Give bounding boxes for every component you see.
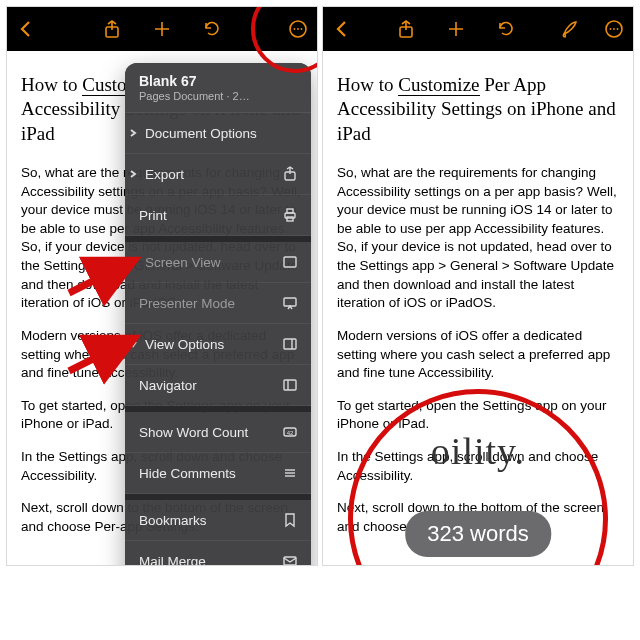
brush-icon[interactable] — [559, 18, 581, 40]
popover-doc-sub: Pages Document · 2… — [139, 90, 299, 102]
menu-item-view-options[interactable]: View Options — [125, 324, 311, 365]
back-button[interactable] — [15, 18, 37, 40]
menu-item-label: Hide Comments — [139, 466, 281, 481]
menu-item-export[interactable]: Export — [125, 154, 311, 195]
svg-point-26 — [610, 28, 612, 30]
share-icon — [281, 165, 299, 183]
menu-item-label: Screen View — [145, 255, 281, 270]
menu-item-navigator[interactable]: Navigator — [125, 365, 311, 406]
presenter-icon — [281, 294, 299, 312]
svg-rect-8 — [287, 217, 293, 221]
menu-item-label: Show Word Count — [139, 425, 281, 440]
more-icon[interactable] — [603, 18, 625, 40]
bookmark-icon — [281, 511, 299, 529]
lines-icon — [281, 464, 299, 482]
counter-icon: 42 — [281, 423, 299, 441]
menu-item-label: Mail Merge — [139, 554, 281, 567]
toolbar — [7, 7, 317, 51]
undo-icon[interactable] — [201, 18, 223, 40]
screenshot-left: How to Customize Per App Accessibility S… — [6, 6, 318, 566]
svg-point-27 — [613, 28, 615, 30]
chevron-icon — [281, 124, 299, 142]
menu-item-hide-comments[interactable]: Hide Comments — [125, 453, 311, 494]
panel-left-icon — [281, 376, 299, 394]
undo-icon[interactable] — [495, 18, 517, 40]
menu-item-label: Print — [139, 208, 281, 223]
svg-rect-9 — [284, 257, 296, 267]
menu-item-bookmarks[interactable]: Bookmarks — [125, 500, 311, 541]
title-text: How to — [337, 74, 398, 95]
svg-point-2 — [294, 28, 296, 30]
svg-rect-13 — [284, 380, 296, 390]
document-paragraph: Modern versions of iOS offer a dedicated… — [337, 327, 619, 383]
popover-header[interactable]: Blank 67 Pages Document · 2… — [125, 63, 311, 113]
mail-icon — [281, 552, 299, 566]
menu-item-show-word-count[interactable]: Show Word Count42 — [125, 412, 311, 453]
title-text: How to — [21, 74, 82, 95]
screenshot-right: How to Customize Per App Accessibility S… — [322, 6, 634, 566]
toolbar — [323, 7, 633, 51]
panel-right-icon — [281, 335, 299, 353]
back-button[interactable] — [331, 18, 353, 40]
add-icon[interactable] — [445, 18, 467, 40]
document-title: How to Customize Per App Accessibility S… — [337, 73, 619, 146]
menu-item-label: Export — [145, 167, 281, 182]
svg-rect-7 — [287, 209, 293, 213]
document-paragraph: So, what are the requirements for changi… — [337, 164, 619, 313]
svg-rect-11 — [284, 339, 296, 349]
more-icon[interactable] — [287, 18, 309, 40]
menu-item-screen-view[interactable]: Screen View — [125, 242, 311, 283]
svg-rect-20 — [284, 557, 296, 565]
chev-right-icon — [127, 128, 139, 138]
annotation-circle-wordcount: oility. 323 words P — [348, 389, 608, 566]
svg-point-3 — [297, 28, 299, 30]
popover-menu: Document OptionsExportPrintScreen ViewPr… — [125, 113, 311, 566]
print-icon — [281, 206, 299, 224]
check-icon — [127, 257, 139, 267]
menu-item-label: Bookmarks — [139, 513, 281, 528]
title-underlined: Customize — [398, 74, 479, 96]
menu-item-presenter-mode[interactable]: Presenter Mode — [125, 283, 311, 324]
share-icon[interactable] — [395, 18, 417, 40]
menu-item-print[interactable]: Print — [125, 195, 311, 236]
share-icon[interactable] — [101, 18, 123, 40]
menu-item-document-options[interactable]: Document Options — [125, 113, 311, 154]
menu-item-label: Navigator — [139, 378, 281, 393]
menu-item-label: View Options — [145, 337, 281, 352]
popover-doc-name: Blank 67 — [139, 73, 299, 89]
svg-point-4 — [301, 28, 303, 30]
document-popover: Blank 67 Pages Document · 2… Document Op… — [125, 63, 311, 566]
svg-text:42: 42 — [287, 430, 294, 436]
add-icon[interactable] — [151, 18, 173, 40]
menu-item-label: Document Options — [145, 126, 281, 141]
menu-item-mail-merge[interactable]: Mail Merge — [125, 541, 311, 566]
chev-right-icon — [127, 169, 139, 179]
chev-down-icon — [127, 339, 139, 349]
svg-point-28 — [617, 28, 619, 30]
menu-item-label: Presenter Mode — [139, 296, 281, 311]
rect-icon — [281, 253, 299, 271]
